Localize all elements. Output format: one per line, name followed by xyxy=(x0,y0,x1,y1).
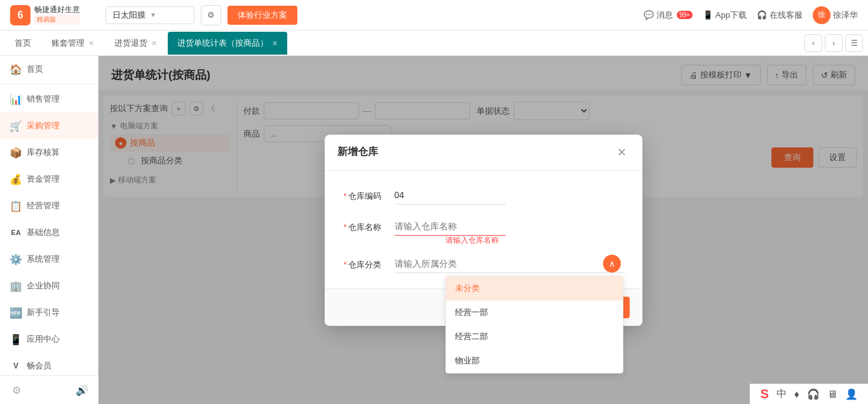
sidebar-item-purchase[interactable]: 🛒 采购管理 xyxy=(0,112,98,139)
purchase-icon: 🛒 xyxy=(10,120,22,131)
sidebar-item-finance[interactable]: 💰 资金管理 xyxy=(0,166,98,192)
avatar: 徐 xyxy=(813,6,831,24)
footer-lang-icon[interactable]: 中 xyxy=(776,387,787,401)
dialog-new-warehouse: 新增仓库 ✕ *仓库编码 xyxy=(325,135,642,326)
app-icon: 📱 xyxy=(10,333,22,345)
inventory-icon: 📦 xyxy=(10,147,22,158)
app-download-button[interactable]: 📱 App下载 xyxy=(703,10,747,21)
tab-home-label: 首页 xyxy=(15,37,31,49)
tab-purchase-stats-close-icon[interactable]: ✕ xyxy=(272,39,278,48)
sidebar: 🏠 首页 📊 销售管理 🛒 采购管理 📦 库存核算 💰 资金管理 📋 经营管理 … xyxy=(0,56,98,404)
tab-account-label: 账套管理 xyxy=(51,37,85,49)
category-dropdown: 未分类 经营一部 经营二部 物业部 xyxy=(445,276,623,374)
sidebar-item-home[interactable]: 🏠 首页 xyxy=(0,56,98,83)
category-label: *仓库分类 xyxy=(344,255,395,271)
dropdown-item-3[interactable]: 物业部 xyxy=(446,349,623,373)
tab-purchase-stats-label: 进货单统计表（按商品） xyxy=(177,37,268,49)
category-toggle-icon[interactable]: ∧ xyxy=(603,255,621,273)
dialog-header: 新增仓库 ✕ xyxy=(325,135,642,171)
form-row-code: *仓库编码 xyxy=(344,186,623,205)
sidebar-home-label: 首页 xyxy=(27,64,43,75)
headset-icon: 🎧 xyxy=(757,10,767,20)
dropdown-item-0[interactable]: 未分类 xyxy=(446,276,623,300)
modal-overlay[interactable]: 新增仓库 ✕ *仓库编码 xyxy=(98,56,868,404)
category-input[interactable] xyxy=(395,255,623,273)
online-service-button[interactable]: 🎧 在线客服 xyxy=(757,10,803,21)
sidebar-basic-info-label: 基础信息 xyxy=(27,227,60,238)
dropdown-item-2[interactable]: 经营二部 xyxy=(446,325,623,349)
dialog-title: 新增仓库 xyxy=(337,145,378,159)
sidebar-app-label: 应用中心 xyxy=(27,333,60,345)
vip-icon: V xyxy=(10,360,22,372)
tab-purchase-return[interactable]: 进货退货 ✕ xyxy=(105,32,166,55)
store-selector[interactable]: 日太阳膜 ▼ xyxy=(105,6,194,24)
tab-menu-icon[interactable]: ☰ xyxy=(845,34,863,52)
code-input[interactable] xyxy=(395,186,506,205)
top-header: 6 畅捷通好生意 精易版 日太阳膜 ▼ ⚙ 体验行业方案 💬 消息 99+ 📱 … xyxy=(0,0,868,30)
sidebar-divider-1 xyxy=(0,84,98,84)
sidebar-inventory-label: 库存核算 xyxy=(27,147,60,158)
name-error-msg: 请输入仓库名称 xyxy=(445,235,499,246)
sidebar-item-inventory[interactable]: 📦 库存核算 xyxy=(0,139,98,166)
name-input[interactable] xyxy=(395,217,506,236)
sidebar-purchase-label: 采购管理 xyxy=(27,120,60,131)
tab-purchase-return-label: 进货退货 xyxy=(114,37,147,49)
logo-icon: 6 xyxy=(10,5,31,25)
form-row-category: *仓库分类 ∧ 未分类 经营一部 经营二部 物业部 xyxy=(344,255,623,273)
tab-account[interactable]: 账套管理 ✕ xyxy=(42,32,104,55)
sidebar-speaker-icon[interactable]: 🔊 xyxy=(73,381,91,399)
home-icon: 🏠 xyxy=(10,64,22,75)
tab-home[interactable]: 首页 xyxy=(5,32,41,55)
main-layout: 🏠 首页 📊 销售管理 🛒 采购管理 📦 库存核算 💰 资金管理 📋 经营管理 … xyxy=(0,56,868,404)
message-icon: 💬 xyxy=(644,10,654,20)
message-badge: 99+ xyxy=(677,11,693,19)
category-input-wrap: ∧ 未分类 经营一部 经营二部 物业部 xyxy=(395,255,623,273)
settings-icon[interactable]: ⚙ xyxy=(201,5,221,25)
enterprise-icon: 🏢 xyxy=(10,280,22,292)
footer-bar: S 中 ♦ 🎧 🖥 👤 xyxy=(750,384,868,404)
brand-s-logo: S xyxy=(760,387,768,401)
content-area: 进货单统计(按商品) 🖨 按模板打印 ▼ ↑ 导出 ↺ 刷新 xyxy=(98,56,868,404)
sidebar-item-basic-info[interactable]: EA 基础信息 xyxy=(0,219,98,246)
name-label: *仓库名称 xyxy=(344,217,395,233)
logo-area: 6 畅捷通好生意 精易版 xyxy=(10,5,105,25)
store-dropdown-arrow-icon: ▼ xyxy=(150,11,187,18)
sidebar-settings-icon[interactable]: ⚙ xyxy=(8,381,25,399)
tab-purchase-return-close-icon[interactable]: ✕ xyxy=(151,39,157,48)
guide-icon: 🆕 xyxy=(10,307,22,318)
footer-headset-icon[interactable]: 🎧 xyxy=(807,388,820,400)
sidebar-item-sales[interactable]: 📊 销售管理 xyxy=(0,86,98,112)
tab-purchase-stats[interactable]: 进货单统计表（按商品） ✕ xyxy=(168,32,287,55)
system-icon: ⚙️ xyxy=(10,253,22,265)
sales-icon: 📊 xyxy=(10,93,22,105)
tab-prev-icon[interactable]: ‹ xyxy=(804,34,822,52)
sidebar-sales-label: 销售管理 xyxy=(27,93,60,105)
logo-badge: 精易版 xyxy=(34,15,80,25)
footer-monitor-icon[interactable]: 🖥 xyxy=(827,389,837,400)
sidebar-guide-label: 新手引导 xyxy=(27,307,60,318)
sidebar-item-enterprise[interactable]: 🏢 企业协同 xyxy=(0,273,98,299)
operation-icon: 📋 xyxy=(10,200,22,212)
mobile-icon: 📱 xyxy=(703,10,713,20)
trial-button[interactable]: 体验行业方案 xyxy=(227,6,297,25)
footer-user-icon[interactable]: 👤 xyxy=(845,388,858,400)
sidebar-item-app[interactable]: 📱 应用中心 xyxy=(0,326,98,353)
header-middle: 日太阳膜 ▼ ⚙ 体验行业方案 xyxy=(105,5,644,25)
sidebar-operation-label: 经营管理 xyxy=(27,200,60,212)
tab-controls: ‹ › ☰ xyxy=(804,34,863,52)
user-profile[interactable]: 徐 徐泽华 xyxy=(813,6,858,24)
tab-account-close-icon[interactable]: ✕ xyxy=(88,39,94,48)
header-right: 💬 消息 99+ 📱 App下载 🎧 在线客服 徐 徐泽华 xyxy=(644,6,858,24)
sidebar-item-guide[interactable]: 🆕 新手引导 xyxy=(0,299,98,326)
sidebar-item-operation[interactable]: 📋 经营管理 xyxy=(0,192,98,219)
code-input-wrap xyxy=(395,186,623,205)
footer-diamond-icon: ♦ xyxy=(794,389,799,400)
sidebar-finance-label: 资金管理 xyxy=(27,173,60,185)
dropdown-item-1[interactable]: 经营一部 xyxy=(446,300,623,325)
tab-bar: 首页 账套管理 ✕ 进货退货 ✕ 进货单统计表（按商品） ✕ ‹ › ☰ xyxy=(0,30,868,56)
messages-button[interactable]: 💬 消息 99+ xyxy=(644,10,693,21)
tab-next-icon[interactable]: › xyxy=(825,34,843,52)
dialog-close-button[interactable]: ✕ xyxy=(614,145,630,160)
sidebar-item-system[interactable]: ⚙️ 系统管理 xyxy=(0,246,98,273)
dialog-body: *仓库编码 *仓库名称 请输入仓库名称 xyxy=(325,171,642,288)
